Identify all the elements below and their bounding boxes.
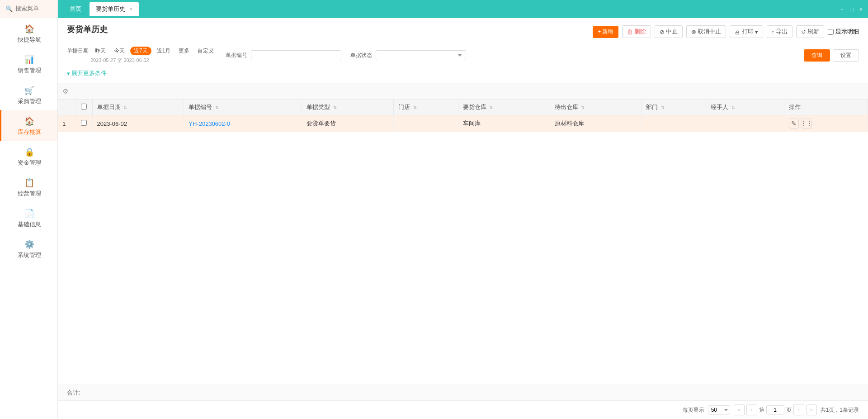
next-page-btn[interactable]: › [793, 405, 804, 415]
edit-icon[interactable]: ✎ [789, 119, 799, 129]
col-index [58, 100, 76, 115]
status-select[interactable] [376, 50, 466, 60]
action-icons: ✎ ⋮⋮ [789, 119, 863, 129]
query-button[interactable]: 查询 [804, 49, 830, 62]
cell-department [642, 115, 706, 132]
col-pending-warehouse-label: 待出仓库 [555, 104, 578, 110]
print-button[interactable]: 🖨 打印 ▾ [730, 25, 763, 38]
tab-home[interactable]: 首页 [63, 2, 88, 16]
show-detail-checkbox[interactable] [828, 29, 834, 35]
shortcut-today[interactable]: 今天 [111, 47, 127, 55]
search-icon: 🔍 [5, 5, 13, 12]
status-filter: 单据状态 [350, 50, 466, 60]
row-checkbox[interactable] [81, 120, 87, 126]
sort-store-icon[interactable]: ⇅ [413, 105, 417, 110]
table-row: 1 2023-06-02 YH-20230602-0 要货单要货 车间库 原材料… [58, 115, 868, 132]
table-container: 单据日期 ⇅ 单据编号 ⇅ 单据类型 ⇅ 门店 [58, 100, 868, 385]
sidebar-item-finance[interactable]: 🔒 资金管理 [0, 141, 57, 171]
expand-label: 展开更多条件 [71, 69, 107, 77]
cell-handler [706, 115, 784, 132]
col-action: 操作 [784, 100, 868, 115]
sidebar-item-basic-info[interactable]: 📄 基础信息 [0, 202, 57, 233]
page-header: 要货单历史 + 新增 🗑 删除 ⊘ 中止 ⊗ 取消中止 [58, 18, 868, 41]
delete-button[interactable]: 🗑 删除 [622, 25, 651, 38]
expand-conditions-btn[interactable]: ▾ 展开更多条件 [67, 67, 859, 79]
date-label: 单据日期 [67, 47, 89, 55]
cell-order-no: YH-20230602-0 [184, 115, 302, 132]
tab-order-history[interactable]: 要货单历史 × [90, 2, 139, 16]
date-shortcuts: 昨天 今天 近7天 近1月 更多 自定义 [92, 47, 217, 55]
col-req-warehouse: 要货仓库 ⇅ [458, 100, 550, 115]
show-detail-toggle[interactable]: 显示明细 [828, 28, 859, 36]
row-index: 1 [62, 120, 66, 127]
cell-order-type: 要货单要货 [302, 115, 394, 132]
add-button[interactable]: + 新增 [593, 26, 618, 38]
sidebar-item-sales[interactable]: 📊 销售管理 [0, 48, 57, 79]
sort-req-warehouse-icon[interactable]: ⇅ [489, 105, 493, 110]
page-input[interactable] [766, 405, 784, 414]
tab-close-icon[interactable]: × [130, 6, 132, 12]
maximize-btn[interactable]: □ [850, 6, 854, 13]
cell-index: 1 [58, 115, 76, 132]
export-icon: ↑ [772, 29, 775, 35]
export-label: 导出 [776, 28, 788, 36]
filter-row-1: 单据日期 昨天 今天 近7天 近1月 更多 自定义 2023-05-27 至 2… [67, 47, 859, 64]
cancel-stop-label: 取消中止 [698, 28, 721, 36]
prev-page-btn[interactable]: ‹ [746, 405, 757, 415]
shortcut-7days[interactable]: 近7天 [130, 47, 151, 55]
date-range-display: 2023-05-27 至 2023-06-02 [90, 57, 217, 64]
order-no-input[interactable] [251, 50, 341, 60]
cancel-stop-icon: ⊗ [691, 29, 696, 35]
sidebar-item-system[interactable]: ⚙️ 系统管理 [0, 233, 57, 264]
minimize-btn[interactable]: － [839, 5, 845, 13]
total-info: 共1页，1条记录 [821, 406, 859, 414]
table-gear-icon[interactable]: ⚙ [62, 87, 68, 95]
cancel-stop-button[interactable]: ⊗ 取消中止 [686, 25, 726, 38]
sidebar-search[interactable]: 🔍 搜索菜单 [0, 0, 57, 18]
sort-order-no-icon[interactable]: ⇅ [215, 105, 219, 110]
sidebar-item-purchase[interactable]: 🛒 采购管理 [0, 79, 57, 110]
sidebar-item-operations[interactable]: 📋 经营管理 [0, 171, 57, 202]
filter-area: 单据日期 昨天 今天 近7天 近1月 更多 自定义 2023-05-27 至 2… [58, 41, 868, 83]
col-date-label: 单据日期 [97, 104, 121, 110]
refresh-button[interactable]: ↺ 刷新 [796, 25, 824, 38]
table-body: 1 2023-06-02 YH-20230602-0 要货单要货 车间库 原材料… [58, 115, 868, 132]
col-department: 部门 ⇅ [642, 100, 706, 115]
content-area: 要货单历史 + 新增 🗑 删除 ⊘ 中止 ⊗ 取消中止 [58, 18, 868, 419]
sidebar-item-label: 库存核算 [18, 128, 41, 136]
sort-department-icon[interactable]: ⇅ [661, 105, 665, 110]
close-btn[interactable]: × [859, 6, 863, 13]
sidebar-item-inventory[interactable]: 🏠 库存核算 [0, 110, 57, 141]
export-button[interactable]: ↑ 导出 [767, 25, 793, 38]
toolbar: + 新增 🗑 删除 ⊘ 中止 ⊗ 取消中止 🖨 打 [593, 23, 859, 41]
last-page-btn[interactable]: » [806, 405, 817, 415]
shortcut-yesterday[interactable]: 昨天 [92, 47, 108, 55]
delete-label: 删除 [634, 28, 646, 36]
table-header-row: 单据日期 ⇅ 单据编号 ⇅ 单据类型 ⇅ 门店 [58, 100, 868, 115]
col-handler-label: 经手人 [711, 104, 728, 110]
order-no-filter: 单据编号 [226, 50, 341, 60]
shortcut-more[interactable]: 更多 [176, 47, 192, 55]
refresh-label: 刷新 [807, 28, 819, 36]
operations-icon: 📋 [24, 178, 34, 188]
select-all-checkbox[interactable] [81, 104, 87, 110]
stop-button[interactable]: ⊘ 中止 [655, 25, 683, 38]
more-icon[interactable]: ⋮⋮ [802, 119, 811, 129]
sort-order-type-icon[interactable]: ⇅ [333, 105, 337, 110]
sort-pending-warehouse-icon[interactable]: ⇅ [581, 105, 585, 110]
table-settings-row: ⚙ [58, 83, 868, 100]
sort-date-icon[interactable]: ⇅ [123, 105, 127, 110]
cell-action: ✎ ⋮⋮ [784, 115, 868, 132]
sidebar-item-quick-nav[interactable]: 🏠 快捷导航 [0, 18, 57, 48]
delete-icon: 🗑 [627, 29, 633, 35]
cart-icon: 🛒 [24, 86, 34, 95]
shortcut-1month[interactable]: 近1月 [154, 47, 174, 55]
cell-checkbox[interactable] [76, 115, 92, 132]
sort-handler-icon[interactable]: ⇅ [731, 105, 735, 110]
order-no-link[interactable]: YH-20230602-0 [189, 120, 230, 127]
col-order-no-label: 单据编号 [189, 104, 212, 110]
settings-button[interactable]: 设置 [833, 49, 859, 62]
per-page-select[interactable]: 50 20 100 200 [708, 405, 730, 414]
first-page-btn[interactable]: « [734, 405, 745, 415]
shortcut-custom[interactable]: 自定义 [195, 47, 217, 55]
